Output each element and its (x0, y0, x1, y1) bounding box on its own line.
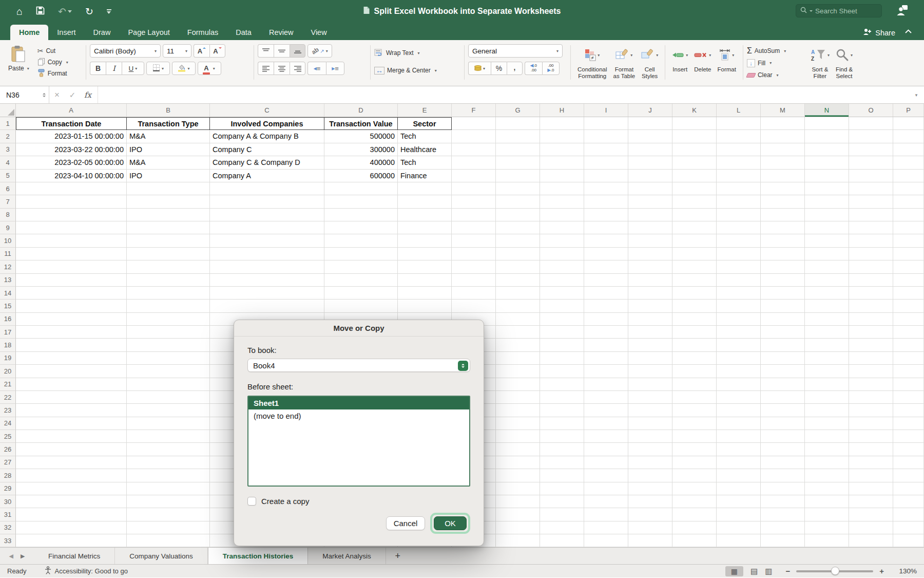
cell-J9[interactable] (628, 221, 672, 234)
cell-E13[interactable] (398, 274, 452, 287)
account-icon[interactable] (896, 4, 909, 18)
cell-E2[interactable]: Tech (398, 130, 452, 143)
cell-B17[interactable] (127, 326, 210, 339)
cell-H9[interactable] (540, 221, 584, 234)
cell-M5[interactable] (761, 170, 805, 182)
ok-button[interactable]: OK (434, 516, 467, 530)
cell-H2[interactable] (540, 130, 584, 143)
cell-N9[interactable] (805, 221, 849, 234)
create-copy-checkbox[interactable] (247, 497, 256, 506)
cell-E5[interactable]: Finance (398, 170, 452, 182)
cell-J8[interactable] (628, 209, 672, 221)
cell-K27[interactable] (672, 456, 717, 469)
cell-I4[interactable] (584, 156, 628, 169)
cell-H12[interactable] (540, 260, 584, 273)
cell-A1[interactable]: Transaction Date (16, 117, 127, 130)
next-sheet-icon[interactable]: ▶ (21, 553, 25, 560)
cell-P13[interactable] (893, 274, 924, 287)
cell-A6[interactable] (16, 182, 127, 195)
cell-N18[interactable] (805, 339, 849, 351)
increase-font-size-button[interactable]: A (194, 44, 209, 58)
cell-K14[interactable] (672, 287, 717, 300)
align-right-button[interactable] (290, 62, 305, 75)
row-header-29[interactable]: 29 (0, 482, 16, 495)
cell-A30[interactable] (16, 495, 127, 508)
cell-K1[interactable] (672, 117, 717, 130)
cell-K10[interactable] (672, 234, 717, 247)
cell-B5[interactable]: IPO (127, 170, 210, 182)
cell-D1[interactable]: Transaction Value (324, 117, 398, 130)
cell-M9[interactable] (761, 221, 805, 234)
cell-B4[interactable]: M&A (127, 156, 210, 169)
cell-K32[interactable] (672, 521, 717, 534)
cell-M24[interactable] (761, 417, 805, 430)
accounting-format-button[interactable]: ▾ (468, 62, 491, 75)
cell-P10[interactable] (893, 234, 924, 247)
cell-J33[interactable] (628, 534, 672, 547)
cell-K11[interactable] (672, 248, 717, 260)
cell-P3[interactable] (893, 143, 924, 156)
column-header-O[interactable]: O (849, 104, 893, 117)
cell-H13[interactable] (540, 274, 584, 287)
cell-P2[interactable] (893, 130, 924, 143)
cell-A29[interactable] (16, 482, 127, 495)
cell-H18[interactable] (540, 339, 584, 351)
cell-J1[interactable] (628, 117, 672, 130)
cell-N22[interactable] (805, 391, 849, 404)
cell-L20[interactable] (717, 365, 761, 378)
cell-G13[interactable] (496, 274, 540, 287)
cell-M6[interactable] (761, 182, 805, 195)
cell-K29[interactable] (672, 482, 717, 495)
cell-G2[interactable] (496, 130, 540, 143)
cell-A18[interactable] (16, 339, 127, 351)
cell-I23[interactable] (584, 404, 628, 417)
cell-N16[interactable] (805, 313, 849, 326)
cell-E15[interactable] (398, 300, 452, 312)
cell-G3[interactable] (496, 143, 540, 156)
cell-H33[interactable] (540, 534, 584, 547)
cell-O18[interactable] (849, 339, 893, 351)
cell-O11[interactable] (849, 248, 893, 260)
cell-M13[interactable] (761, 274, 805, 287)
cell-C14[interactable] (210, 287, 324, 300)
cell-B7[interactable] (127, 195, 210, 208)
cell-G6[interactable] (496, 182, 540, 195)
add-sheet-button[interactable]: + (386, 548, 410, 564)
cell-I31[interactable] (584, 508, 628, 521)
cell-H5[interactable] (540, 170, 584, 182)
cell-N1[interactable] (805, 117, 849, 130)
row-header-7[interactable]: 7 (0, 195, 16, 208)
sheet-list-item--move-to-end-[interactable]: (move to end) (248, 409, 469, 422)
cell-L30[interactable] (717, 495, 761, 508)
name-box-stepper[interactable] (43, 93, 46, 97)
decrease-font-size-button[interactable]: A (209, 44, 225, 58)
cell-J24[interactable] (628, 417, 672, 430)
cell-N17[interactable] (805, 326, 849, 339)
cell-M22[interactable] (761, 391, 805, 404)
cell-O31[interactable] (849, 508, 893, 521)
redo-icon[interactable]: ↻ (85, 6, 93, 17)
cell-I27[interactable] (584, 456, 628, 469)
cell-B29[interactable] (127, 482, 210, 495)
cell-H1[interactable] (540, 117, 584, 130)
to-book-select[interactable]: Book4 (247, 359, 470, 372)
save-icon[interactable] (36, 6, 45, 17)
cell-A9[interactable] (16, 221, 127, 234)
cell-P25[interactable] (893, 430, 924, 443)
cell-K28[interactable] (672, 469, 717, 482)
cell-P7[interactable] (893, 195, 924, 208)
cell-E8[interactable] (398, 209, 452, 221)
cell-I11[interactable] (584, 248, 628, 260)
cell-O22[interactable] (849, 391, 893, 404)
cell-K30[interactable] (672, 495, 717, 508)
cell-C9[interactable] (210, 221, 324, 234)
cell-K19[interactable] (672, 352, 717, 365)
cell-E9[interactable] (398, 221, 452, 234)
cell-P30[interactable] (893, 495, 924, 508)
cell-M26[interactable] (761, 443, 805, 456)
cell-O1[interactable] (849, 117, 893, 130)
cell-N32[interactable] (805, 521, 849, 534)
cell-A25[interactable] (16, 430, 127, 443)
cell-A10[interactable] (16, 234, 127, 247)
cell-O10[interactable] (849, 234, 893, 247)
